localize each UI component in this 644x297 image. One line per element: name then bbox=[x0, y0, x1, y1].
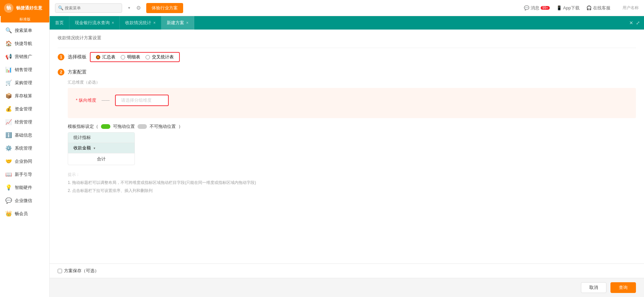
sidebar-item-hardware[interactable]: 💡智能硬件 bbox=[0, 181, 49, 194]
sidebar-item-label: 系统管理 bbox=[15, 145, 32, 151]
tips-title: 提示： bbox=[68, 172, 80, 177]
sales-icon: 📊 bbox=[5, 66, 11, 73]
marketing-icon: 📢 bbox=[5, 53, 11, 60]
sidebar-item-label: 营销推广 bbox=[15, 54, 32, 60]
draggable-text: 可拖动位置 bbox=[113, 123, 135, 130]
dimension-select[interactable]: 请选择分组维度 bbox=[115, 95, 169, 106]
tips-section: 提示： 1. 拖动标题栏可以调整布局，不可跨维度或指标区域拖动栏目字段(只能在同… bbox=[68, 170, 636, 195]
step1-title: 选择模板 bbox=[68, 54, 87, 60]
tab-receipt-stat-label: 收款情况统计 bbox=[125, 20, 151, 26]
download-icon: 📱 bbox=[556, 5, 562, 10]
corp-icon: 🤝 bbox=[5, 158, 11, 164]
metrics-label-suffix: ） bbox=[178, 123, 183, 130]
metrics-label-text: 模板指标设定（ bbox=[68, 123, 98, 130]
sidebar-item-wechat[interactable]: 💬企业微信 bbox=[0, 194, 49, 207]
topbar-actions: 💬 消息 99+ 📱 App下载 🎧 在线客服 用户名称 bbox=[524, 5, 639, 11]
draggable-indicator bbox=[101, 124, 110, 129]
radio-cross-label: 交叉统计表 bbox=[152, 54, 174, 60]
guide-icon: 📖 bbox=[5, 171, 11, 178]
vertical-dimension-label: 纵向维度 bbox=[76, 97, 96, 103]
footer-buttons: 取消 查询 bbox=[50, 278, 644, 297]
sidebar-item-label: 基础信息 bbox=[15, 132, 32, 138]
sidebar-item-system[interactable]: ⚙️系统管理 bbox=[0, 142, 49, 155]
sidebar-item-finance[interactable]: 💰资金管理 bbox=[0, 102, 49, 115]
sidebar-item-label: 快捷导航 bbox=[15, 41, 32, 47]
sidebar-item-sales[interactable]: 📊销售管理 bbox=[0, 63, 49, 76]
download-label: App下载 bbox=[563, 5, 580, 11]
search-dropdown-icon[interactable]: ▼ bbox=[127, 6, 131, 10]
save-option-label[interactable]: 方案保存（可选） bbox=[58, 268, 636, 274]
dimension-arrow: —— bbox=[102, 98, 110, 103]
radio-detail-input[interactable] bbox=[121, 55, 125, 59]
dimension-config-label: 汇总维度（必选） bbox=[68, 80, 636, 85]
management-icon: 📈 bbox=[5, 119, 11, 125]
sidebar-item-management[interactable]: 📈经营管理 bbox=[0, 115, 49, 129]
radio-detail[interactable]: 明细表 bbox=[121, 54, 140, 60]
dimension-label-text: 汇总维度（必选） bbox=[68, 80, 100, 85]
industry-solution-button[interactable]: 体验行业方案 bbox=[146, 3, 183, 13]
search-bar[interactable]: 🔍 bbox=[55, 3, 122, 13]
tab-cash-flow-close[interactable]: × bbox=[112, 21, 114, 25]
metrics-total-row: 合计 bbox=[68, 153, 135, 165]
sidebar-item-inventory[interactable]: 📦库存核算 bbox=[0, 89, 49, 102]
page-title: 收款情况统计方案设置 bbox=[58, 35, 636, 44]
cancel-button[interactable]: 取消 bbox=[581, 282, 606, 293]
tabbar-controls: ✕ ⤢ bbox=[625, 16, 644, 30]
expand-window-icon[interactable]: ⤢ bbox=[636, 20, 640, 26]
radio-cross-input[interactable] bbox=[146, 55, 150, 59]
tab-cash-flow[interactable]: 现金银行流水查询 × bbox=[69, 16, 120, 30]
col-header-dropdown-icon[interactable]: ▾ bbox=[94, 146, 95, 150]
radio-detail-label: 明细表 bbox=[127, 54, 140, 60]
step2-number: 2 bbox=[58, 69, 64, 76]
tab-new-plan[interactable]: 新建方案 × bbox=[161, 16, 194, 30]
inventory-icon: 📦 bbox=[5, 93, 11, 99]
sidebar-item-quicknav[interactable]: 🏠快捷导航 bbox=[0, 37, 49, 50]
settings-icon[interactable]: ⚙ bbox=[136, 5, 141, 11]
tab-receipt-stat[interactable]: 收款情况统计 × bbox=[120, 16, 161, 30]
step1-header: 1 选择模板 汇总表 明细表 bbox=[58, 52, 636, 62]
support-action[interactable]: 🎧 在线客服 bbox=[586, 5, 610, 11]
radio-summary[interactable]: 汇总表 bbox=[96, 54, 115, 60]
support-icon: 🎧 bbox=[586, 5, 592, 10]
tip-item-2: 2. 点击标题栏下拉可设置排序、插入列和删除列 bbox=[68, 187, 636, 195]
sidebar-item-label: 库存核算 bbox=[15, 93, 32, 99]
user-name[interactable]: 用户名称 bbox=[623, 5, 639, 11]
logo-icon: 畅 bbox=[4, 3, 13, 13]
save-checkbox[interactable] bbox=[58, 269, 62, 273]
tab-new-plan-close[interactable]: × bbox=[186, 21, 189, 25]
tab-home[interactable]: 首页 bbox=[50, 16, 69, 30]
purchase-icon: 🛒 bbox=[5, 80, 11, 86]
finance-icon: 💰 bbox=[5, 106, 11, 112]
home-icon: 🏠 bbox=[5, 40, 11, 47]
query-button[interactable]: 查询 bbox=[610, 282, 636, 293]
sidebar-item-search[interactable]: 🔍搜索菜单 bbox=[0, 24, 49, 37]
system-icon: ⚙️ bbox=[5, 145, 11, 151]
step2-section: 2 方案配置 汇总维度（必选） 纵向维度 —— 请选择分组 bbox=[58, 69, 636, 195]
message-label: 消息 bbox=[531, 5, 539, 11]
message-action[interactable]: 💬 消息 99+ bbox=[524, 5, 550, 11]
radio-cross[interactable]: 交叉统计表 bbox=[146, 54, 174, 60]
tab-receipt-stat-close[interactable]: × bbox=[153, 21, 156, 25]
sidebar-item-marketing[interactable]: 📢营销推广 bbox=[0, 50, 49, 63]
sidebar-item-member[interactable]: 👑畅会员 bbox=[0, 207, 49, 220]
sidebar-item-label: 资金管理 bbox=[15, 106, 32, 112]
main-content: 🔍 ▼ ⚙ 体验行业方案 💬 消息 99+ 📱 App下载 🎧 在线客服 用户名… bbox=[50, 0, 644, 297]
close-window-icon[interactable]: ✕ bbox=[629, 20, 633, 26]
sidebar-item-corp[interactable]: 🤝企业协同 bbox=[0, 155, 49, 168]
download-action[interactable]: 📱 App下载 bbox=[556, 5, 580, 11]
no-drag-text: 不可拖动位置 bbox=[150, 123, 176, 130]
wechat-icon: 💬 bbox=[5, 197, 11, 204]
search-input[interactable] bbox=[65, 6, 119, 10]
template-select-box: 汇总表 明细表 交叉统计表 bbox=[90, 52, 180, 62]
sidebar-item-purchase[interactable]: 🛒采购管理 bbox=[0, 76, 49, 89]
radio-summary-input[interactable] bbox=[96, 55, 100, 59]
support-label: 在线客服 bbox=[593, 5, 610, 11]
sidebar-item-guide[interactable]: 📖新手引导 bbox=[0, 168, 49, 181]
sidebar-item-label: 经营管理 bbox=[15, 119, 32, 125]
logo-text: 畅捷通好生意 bbox=[16, 5, 42, 11]
sidebar: 畅 畅捷通好生意 标准版 🔍搜索菜单 🏠快捷导航 📢营销推广 📊销售管理 🛒采购… bbox=[0, 0, 50, 297]
message-badge: 99+ bbox=[541, 6, 550, 10]
bottom-bar: 方案保存（可选） bbox=[50, 263, 644, 278]
total-label: 合计 bbox=[97, 156, 106, 161]
sidebar-item-basicinfo[interactable]: ℹ️基础信息 bbox=[0, 129, 49, 142]
